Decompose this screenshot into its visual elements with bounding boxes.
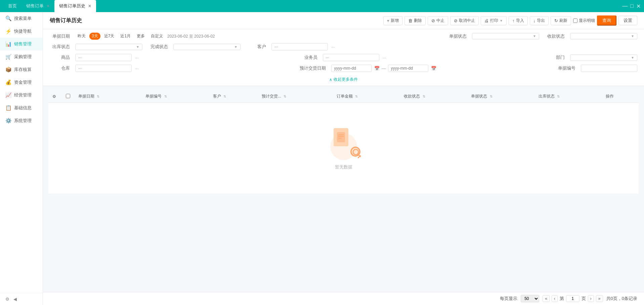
th-bill-status-sort[interactable]: ⇅ <box>490 94 492 98</box>
tab-home-label: 首页 <box>8 3 17 9</box>
sidebar-item-sales-mgmt[interactable]: 📊 销售管理 <box>0 38 43 50</box>
th-amount-sort[interactable]: ⇅ <box>355 94 358 98</box>
complete-status-arrow: ▼ <box>234 45 238 49</box>
th-gear[interactable]: ⚙ <box>48 90 62 103</box>
sidebar-item-quick-nav-label: 快捷导航 <box>14 28 32 34</box>
refresh-button[interactable]: ↻ 刷新 <box>551 16 571 25</box>
basic-info-icon: 📋 <box>5 105 11 111</box>
warehouse-input[interactable] <box>75 65 132 72</box>
bill-status-select[interactable]: ▼ <box>472 33 539 39</box>
date-btn-3days[interactable]: 3天 <box>89 33 100 40</box>
th-date-sort[interactable]: ⇅ <box>97 94 99 98</box>
th-customer-sort[interactable]: ⇅ <box>223 94 226 98</box>
out-status-select[interactable]: ▼ <box>75 44 142 50</box>
add-button[interactable]: + 新增 <box>383 16 403 25</box>
delete-button[interactable]: 🗑 删除 <box>404 16 426 25</box>
date-btn-more[interactable]: 更多 <box>134 33 147 40</box>
complete-status-select[interactable]: ▼ <box>173 44 241 50</box>
customer-input[interactable] <box>271 43 328 50</box>
refresh-label: 刷新 <box>559 18 567 24</box>
th-check[interactable] <box>62 90 74 103</box>
goods-input[interactable] <box>75 54 132 61</box>
settings-button[interactable]: 设置 <box>618 16 637 25</box>
next-page-button[interactable]: › <box>588 295 594 302</box>
warehouse-dots[interactable]: ··· <box>135 66 139 71</box>
sidebar-item-operations[interactable]: 📈 经营管理 <box>0 89 43 102</box>
page-size-select[interactable]: 50 10 20 100 <box>521 295 539 302</box>
th-bill-status-label: 单据状态 <box>471 94 487 99</box>
receipt-status-arrow: ▼ <box>631 34 634 38</box>
filter-row-2: 出库状态 ▼ 完成状态 ▼ 客户 ··· <box>50 43 637 50</box>
sidebar-bottom: ⚙ ◀ <box>0 293 43 305</box>
quick-nav-icon: ⚡ <box>5 28 11 34</box>
th-expected-date-sort[interactable]: ⇅ <box>284 94 286 98</box>
sidebar-item-search-menu[interactable]: 🔍 搜索菜单 <box>0 12 43 25</box>
window-minimize-icon[interactable]: — <box>622 3 628 9</box>
date-btn-7days[interactable]: 近7天 <box>102 33 117 40</box>
filter-row-3: 商品 ··· 业务员 ··· 部门 ▼ <box>50 54 637 61</box>
page-number-input[interactable] <box>566 295 579 302</box>
salesperson-dots[interactable]: ··· <box>383 55 386 60</box>
date-range-text: 2023-06-02 至 2023-06-02 <box>167 34 215 39</box>
window-close-icon[interactable]: ✕ <box>636 3 641 9</box>
last-page-button[interactable]: » <box>596 295 603 302</box>
receipt-status-select[interactable]: ▼ <box>570 33 637 39</box>
collapse-label: 收起更多条件 <box>334 77 358 82</box>
salesperson-label: 业务员 <box>297 54 317 61</box>
print-icon: 🖨 <box>484 18 489 23</box>
sidebar-item-inventory-label: 库存核算 <box>14 67 32 73</box>
customer-dots[interactable]: ··· <box>331 44 335 49</box>
export-button[interactable]: ↓ 导出 <box>530 16 549 25</box>
select-all-checkbox[interactable] <box>66 94 70 98</box>
calendar-from-icon[interactable]: 📅 <box>374 66 380 71</box>
filter-area: 单据日期 昨天 3天 近7天 近1月 更多 自定义 2023-06-02 至 2… <box>43 29 644 86</box>
th-bill-no-sort[interactable]: ⇅ <box>164 94 167 98</box>
sidebar-item-basic-info[interactable]: 📋 基础信息 <box>0 102 43 114</box>
tab-sales-history[interactable]: 销售订单历史 ✕ <box>54 0 96 12</box>
salesperson-input[interactable] <box>323 54 379 61</box>
sidebar-item-finance[interactable]: 💰 资金管理 <box>0 76 43 89</box>
table-area: ⚙ 单据日期 ⇅ 单据编号 ⇅ 客户 <box>43 86 644 292</box>
th-expected-date: 预计交货... ⇅ <box>258 90 333 103</box>
sidebar-settings-icon[interactable]: ⚙ <box>5 297 9 302</box>
sidebar-item-system[interactable]: ⚙️ 系统管理 <box>0 114 43 127</box>
tab-sales-history-close[interactable]: ✕ <box>88 4 91 8</box>
first-page-button[interactable]: « <box>543 295 550 302</box>
system-icon: ⚙️ <box>5 118 11 124</box>
warehouse-label: 仓库 <box>50 65 70 71</box>
sidebar-item-purchase-mgmt[interactable]: 🛒 采购管理 <box>0 50 43 63</box>
date-btn-1month[interactable]: 近1月 <box>118 33 133 40</box>
th-out-status-sort[interactable]: ⇅ <box>557 94 560 98</box>
expected-date-label: 预计交货日期 <box>300 65 326 71</box>
svg-rect-0 <box>337 132 345 142</box>
print-label: 打印 <box>490 18 498 24</box>
import-button[interactable]: ↑ 导入 <box>509 16 528 25</box>
cancel-stop-button[interactable]: ⊘ 取消中止 <box>450 16 479 25</box>
display-toggle-checkbox[interactable] <box>573 18 577 23</box>
display-toggle[interactable]: 显示明细 <box>573 18 595 24</box>
table-header-row: ⚙ 单据日期 ⇅ 单据编号 ⇅ 客户 <box>48 90 639 103</box>
date-btn-custom[interactable]: 自定义 <box>148 33 165 40</box>
sidebar-item-inventory[interactable]: 📦 库存核算 <box>0 63 43 76</box>
tab-sales-order-close[interactable]: ✕ <box>46 4 50 8</box>
query-button[interactable]: 查询 <box>597 15 616 26</box>
expected-date-from[interactable] <box>331 65 372 72</box>
sidebar-item-quick-nav[interactable]: ⚡ 快捷导航 <box>0 25 43 38</box>
bill-no-input[interactable] <box>581 65 637 72</box>
calendar-to-icon[interactable]: 📅 <box>431 66 436 71</box>
sidebar-item-finance-label: 资金管理 <box>14 79 32 85</box>
sidebar-item-system-label: 系统管理 <box>14 118 32 124</box>
date-btn-today[interactable]: 昨天 <box>75 33 88 40</box>
window-maximize-icon[interactable]: □ <box>630 3 634 9</box>
prev-page-button[interactable]: ‹ <box>552 295 558 302</box>
dept-select[interactable]: ▼ <box>570 54 637 61</box>
sidebar-collapse-icon[interactable]: ◀ <box>13 297 17 302</box>
tab-sales-order[interactable]: 销售订单 ✕ <box>22 0 54 12</box>
goods-dots[interactable]: ··· <box>135 55 139 60</box>
print-button[interactable]: 🖨 打印 ▼ <box>481 16 507 25</box>
stop-button[interactable]: ⊘ 中止 <box>428 16 448 25</box>
collapse-button[interactable]: ∧ 收起更多条件 <box>50 75 637 82</box>
th-receipt-status-sort[interactable]: ⇅ <box>423 94 425 98</box>
expected-date-to[interactable] <box>388 65 428 72</box>
tab-home[interactable]: 首页 <box>3 0 22 12</box>
